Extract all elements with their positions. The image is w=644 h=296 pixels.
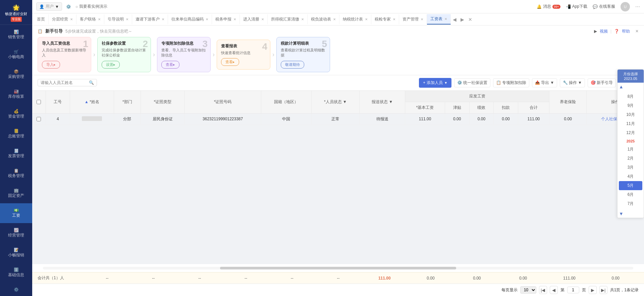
settings-btn[interactable]: ⚙️ (65, 3, 73, 11)
row-select-checkbox[interactable] (37, 117, 41, 121)
sidebar-item-capital[interactable]: 💰 资金管理 (0, 104, 32, 124)
tab-tax-report-close[interactable]: ✕ (233, 17, 236, 21)
step-3-btn[interactable]: 查看▸ (161, 61, 179, 69)
sidebar-settings-btn[interactable]: ⚙️ (0, 283, 32, 296)
tab-tax-fluctuation-close[interactable]: ✕ (333, 17, 336, 21)
sidebar-item-expense[interactable]: 📝 小畅报销 (0, 243, 32, 263)
tab-customer-contact[interactable]: 客户联络 ✕ (76, 14, 104, 24)
page-prev-btn[interactable]: ◀ (550, 286, 558, 294)
tab-invite[interactable]: 邀请下游客户 ✕ (132, 14, 168, 24)
sidebar-item-payroll[interactable]: 💵 工资 (0, 203, 32, 223)
sidebar-item-invoice[interactable]: 🧾 发票管理 (0, 144, 32, 164)
tab-tax-expert[interactable]: 税检专家 ✕ (371, 14, 399, 24)
table-scroll-area[interactable]: 工号 ▲ *姓名 *部门 *证照类型 *证照号码 国籍（地区） *人员状态 ▼ … (32, 91, 644, 264)
tab-layered-ops-close[interactable]: ✕ (70, 17, 73, 21)
user-options-btn[interactable]: ⋯ (635, 4, 640, 9)
month-item-1[interactable]: 1月 (619, 145, 642, 154)
tab-clearance[interactable]: 进入清册 ✕ (240, 14, 268, 24)
tab-payroll-close[interactable]: ✕ (444, 17, 447, 21)
select-all-checkbox[interactable] (37, 100, 41, 104)
sidebar-item-operations[interactable]: 📈 经营管理 (0, 223, 32, 243)
tab-tax-stats-close[interactable]: ✕ (365, 17, 368, 21)
user-selector[interactable]: 👤 用户 ▼ (36, 2, 62, 11)
demo-link[interactable]: 我要看实例演示 (75, 4, 107, 9)
special-deduction-btn[interactable]: 📋 专项附加扣除 (493, 78, 529, 87)
sidebar-item-assets[interactable]: 🏢 固定资产 (0, 183, 32, 203)
social-security-settings-btn[interactable]: ⚙️ 统一社保设置 (454, 78, 490, 87)
step-5-btn[interactable]: 敬请期待 (281, 61, 304, 69)
page-input[interactable] (567, 287, 579, 293)
sidebar-item-ledger[interactable]: 📒 总账管理 (0, 124, 32, 144)
add-person-button[interactable]: + 添加人员 ▼ (419, 78, 451, 88)
tab-product-code[interactable]: 往来单位商品编码 ✕ (168, 14, 212, 24)
month-item-2[interactable]: 2月 (619, 154, 642, 163)
sidebar-item-tax[interactable]: 📋 税务管理 (0, 164, 32, 183)
page-next-btn[interactable]: ▶ (589, 286, 597, 294)
page-last-btn[interactable]: ▶| (599, 286, 607, 294)
tab-income-tax[interactable]: 所得税汇算清缴 ✕ (268, 14, 308, 24)
month-item-4[interactable]: 4月 (619, 172, 642, 181)
tab-payroll[interactable]: 工资表 ✕ (427, 14, 451, 25)
tab-invite-close[interactable]: ✕ (162, 17, 164, 21)
month-next-btn[interactable]: ▼ (619, 211, 624, 216)
online-service-btn[interactable]: 💬 在线客服 (593, 4, 615, 9)
page-first-btn[interactable]: |◀ (539, 286, 547, 294)
tab-asset-mgmt[interactable]: 资产管理 ✕ (399, 14, 427, 24)
sidebar-item-ecommerce[interactable]: 🛒 小畅电商 (0, 45, 32, 65)
export-btn[interactable]: 📤 导出 ▼ (532, 78, 557, 87)
step-2-desc: 完成社保参数设置自动计算社保公积金 (102, 48, 147, 58)
month-prev-btn[interactable]: ▲ (619, 84, 624, 89)
operations-btn[interactable]: 🔧 操作 ▼ (560, 78, 585, 87)
tab-home[interactable]: 首页 (34, 14, 49, 24)
sidebar-item-inventory[interactable]: 🏭 库存核算 (0, 84, 32, 104)
tab-tax-fluctuation[interactable]: 税负波动表 ✕ (308, 14, 339, 24)
cell-nationality: 中国 (261, 113, 311, 125)
guide-video-link[interactable]: 视频 (600, 29, 608, 34)
sidebar-item-purchase[interactable]: 📦 采购管理 (0, 65, 32, 84)
month-item-5[interactable]: 5月 (619, 181, 642, 190)
user-avatar[interactable]: U (621, 2, 630, 11)
th-name[interactable]: ▲ *姓名 (70, 91, 114, 114)
tab-customer-contact-close[interactable]: ✕ (98, 17, 101, 21)
tab-prev-btn[interactable]: ◀ (451, 15, 459, 24)
sidebar-label-capital: 资金管理 (3, 114, 30, 119)
month-item-3[interactable]: 3月 (619, 163, 642, 172)
step-1-btn[interactable]: 导入▸ (42, 61, 60, 69)
month-item-7[interactable]: 7月 (619, 199, 642, 208)
tab-layered-ops[interactable]: 分层经营 ✕ (49, 14, 76, 24)
status-filter-icon[interactable]: ▼ (343, 99, 347, 104)
search-input[interactable] (41, 80, 88, 85)
step-2-btn[interactable]: 设置▸ (102, 61, 120, 69)
tab-clearance-close[interactable]: ✕ (261, 17, 264, 21)
notification-btn[interactable]: 🔔 消息 99+ (537, 4, 560, 9)
tab-next-btn[interactable]: ▶ (459, 15, 466, 24)
guide-help-link[interactable]: 帮助 (622, 29, 630, 34)
horizontal-scrollbar[interactable] (43, 267, 633, 269)
month-item-9[interactable]: 9月 (619, 101, 642, 110)
month-item-8[interactable]: 8月 (619, 92, 642, 101)
tab-close-all-btn[interactable]: ✕ (466, 15, 474, 24)
month-item-11[interactable]: 11月 (619, 119, 642, 128)
tab-asset-mgmt-close[interactable]: ✕ (421, 17, 423, 21)
tab-tax-report[interactable]: 税务申报 ✕ (212, 14, 240, 24)
tab-layered-ops-label: 分层经营 (52, 16, 68, 22)
tab-tax-stats[interactable]: 纳税统计表 ✕ (339, 14, 371, 24)
tab-guide-desc-close[interactable]: ✕ (126, 17, 128, 21)
month-item-12[interactable]: 12月 (619, 128, 642, 137)
sidebar-item-sales[interactable]: 📊 销售管理 (0, 25, 32, 45)
guide-close-icon[interactable]: ✕ (635, 29, 639, 34)
report-filter-icon[interactable]: ▼ (389, 99, 393, 104)
page-size-select[interactable]: 10 20 50 (520, 286, 536, 294)
step-3-num: 3 (202, 39, 208, 49)
tab-tax-expert-close[interactable]: ✕ (393, 17, 395, 21)
tab-product-code-close[interactable]: ✕ (206, 17, 208, 21)
action-personal-insurance[interactable]: 个人社保 (601, 117, 617, 121)
month-item-10[interactable]: 10月 (619, 110, 642, 119)
sidebar-item-basic[interactable]: ℹ️ 基础信息 (0, 263, 32, 283)
month-item-6[interactable]: 6月 (619, 190, 642, 199)
app-download-btn[interactable]: 📲 App下载 (566, 4, 587, 9)
step-4-btn[interactable]: 查看▸ (221, 58, 239, 66)
newguide-btn[interactable]: 🎯 新手引导 (588, 78, 616, 87)
tab-guide-desc[interactable]: 引导说明 ✕ (104, 14, 132, 24)
tab-income-tax-close[interactable]: ✕ (301, 17, 304, 21)
